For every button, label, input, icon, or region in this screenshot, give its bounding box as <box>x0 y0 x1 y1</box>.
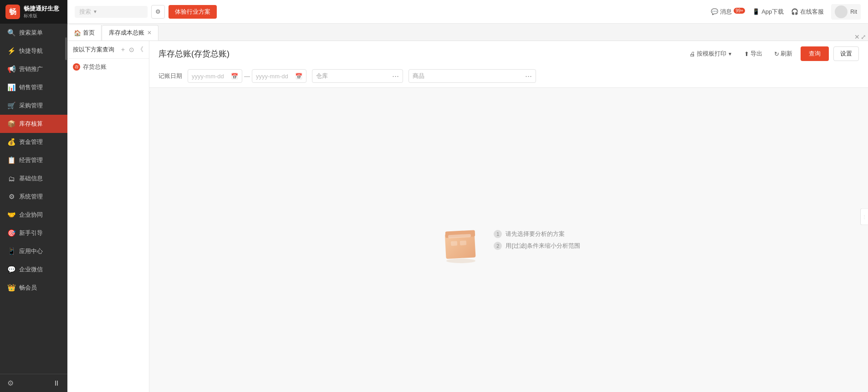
sidebar-item-label-guide: 新手引导 <box>19 229 43 237</box>
search-placeholder-text: 搜索 <box>79 8 91 16</box>
warehouse-filter[interactable]: 仓库 ··· <box>312 69 403 83</box>
tab-close-all-button[interactable]: ✕ <box>854 33 860 41</box>
sidebar-item-search[interactable]: 🔍 搜索菜单 <box>0 24 67 42</box>
date-separator: — <box>244 73 250 80</box>
sidebar-item-purchase[interactable]: 🛒 采购管理 <box>0 97 67 115</box>
filter-label: 记账日期 <box>158 72 182 80</box>
tab-actions: ✕ ⤢ <box>854 33 868 41</box>
sidebar-item-guide[interactable]: 🎯 新手引导 <box>0 224 67 242</box>
sidebar-item-system[interactable]: ⚙ 系统管理 <box>0 188 67 206</box>
sidebar-item-quicknav[interactable]: ⚡ 快捷导航 <box>0 42 67 60</box>
header-actions: 🖨 按模板打印 ▼ ⬆ 导出 ↻ 刷新 查询 设置 <box>686 46 859 61</box>
sidebar-item-label-member: 畅会员 <box>19 284 37 292</box>
date-start-input[interactable]: yyyy-mm-dd 📅 <box>188 69 242 83</box>
date-start-placeholder: yyyy-mm-dd <box>192 73 224 80</box>
scheme-icon-text: 存 <box>75 64 79 70</box>
date-start-icon: 📅 <box>231 73 238 80</box>
sidebar-item-sales[interactable]: 📊 销售管理 <box>0 78 67 97</box>
page-container: 按以下方案查询 ＋ ⊙ 《 存 存货总账 库存总账(存货总账) <box>67 41 868 392</box>
tab-inventory-ledger[interactable]: 库存成本总账 ✕ <box>102 25 158 41</box>
message-button[interactable]: 💬 消息 99+ <box>711 8 745 16</box>
print-icon: 🖨 <box>689 51 695 57</box>
basic-icon: 🗂 <box>7 174 15 183</box>
main-area: 搜索 ▼ ⚙ 体验行业方案 💬 消息 99+ 📱 App下载 🎧 在线客服 <box>67 0 868 392</box>
sidebar-item-apps[interactable]: 📱 应用中心 <box>0 242 67 260</box>
empty-tips: 1 请先选择要分析的方案 2 用[过滤]条件来缩小分析范围 <box>494 230 580 250</box>
app-download-button[interactable]: 📱 App下载 <box>752 8 784 16</box>
goods-placeholder: 商品 <box>413 72 424 80</box>
scheme-icon: 存 <box>73 63 80 71</box>
date-end-icon: 📅 <box>295 73 302 80</box>
sidebar-item-marketing[interactable]: 📢 营销推广 <box>0 60 67 78</box>
sidebar-item-inventory[interactable]: 📦 库存核算 <box>0 115 67 133</box>
tab-home[interactable]: 🏠 首页 <box>67 25 102 41</box>
message-badge: 99+ <box>734 8 745 14</box>
sidebar-item-label-operation: 经营管理 <box>19 156 43 164</box>
sidebar: 畅 畅捷通好生意 标准版 🔍 搜索菜单 ⚡ 快捷导航 📢 营销推广 📊 销售管理 <box>0 0 67 392</box>
side-panel-header-actions: ＋ ⊙ 《 <box>120 46 143 54</box>
add-scheme-button[interactable]: ＋ <box>120 46 126 54</box>
warehouse-placeholder: 仓库 <box>316 72 328 80</box>
sidebar-footer: ⚙ ⏸ <box>0 374 67 392</box>
empty-tip-2: 2 用[过滤]条件来缩小分析范围 <box>494 242 580 250</box>
goods-filter[interactable]: 商品 ··· <box>408 69 536 83</box>
gear-button[interactable]: ⚙ <box>151 5 165 19</box>
home-icon: 🏠 <box>74 30 81 36</box>
scrollbar-thumb <box>65 37 67 60</box>
empty-content: 1 请先选择要分析的方案 2 用[过滤]条件来缩小分析范围 <box>437 217 580 263</box>
audio-footer-icon[interactable]: ⏸ <box>53 379 60 387</box>
filter-date-group: yyyy-mm-dd 📅 — yyyy-mm-dd 📅 <box>188 69 306 83</box>
user-area[interactable]: Rit <box>831 4 861 20</box>
marketing-icon: 📢 <box>7 65 15 73</box>
refresh-button[interactable]: ↻ 刷新 <box>771 48 796 60</box>
sidebar-item-operation[interactable]: 📋 经营管理 <box>0 151 67 169</box>
online-service-button[interactable]: 🎧 在线客服 <box>791 8 824 16</box>
empty-state: 1 请先选择要分析的方案 2 用[过滤]条件来缩小分析范围 <box>149 88 868 392</box>
empty-tip-1: 1 请先选择要分析的方案 <box>494 230 580 238</box>
sidebar-item-label-purchase: 采购管理 <box>19 102 43 110</box>
sidebar-item-label-system: 系统管理 <box>19 193 43 201</box>
export-button[interactable]: ⬆ 导出 <box>740 48 766 60</box>
industry-button[interactable]: 体验行业方案 <box>168 5 217 19</box>
coop-icon: 🤝 <box>7 211 15 219</box>
export-icon: ⬆ <box>744 51 749 57</box>
tip-text-1: 请先选择要分析的方案 <box>505 230 565 238</box>
query-button[interactable]: 查询 <box>801 46 829 61</box>
message-label: 消息 <box>720 8 732 16</box>
sidebar-item-member[interactable]: 👑 畅会员 <box>0 279 67 297</box>
search-icon: 🔍 <box>7 29 15 37</box>
sidebar-item-wechat[interactable]: 💬 企业微信 <box>0 260 67 279</box>
collapse-panel-button[interactable]: 《 <box>137 46 143 54</box>
right-resize-handle[interactable]: ⋮ <box>860 208 868 225</box>
quicknav-icon: ⚡ <box>7 47 15 55</box>
inventory-icon: 📦 <box>7 120 15 128</box>
sidebar-item-coop[interactable]: 🤝 企业协同 <box>0 206 67 224</box>
tip-num-1: 1 <box>494 230 502 238</box>
tab-close-icon[interactable]: ✕ <box>147 30 152 36</box>
sidebar-item-label-sales: 销售管理 <box>19 83 43 92</box>
purchase-icon: 🛒 <box>7 102 15 110</box>
message-icon: 💬 <box>711 8 718 15</box>
side-panel: 按以下方案查询 ＋ ⊙ 《 存 存货总账 <box>67 41 149 392</box>
setting-button[interactable]: 设置 <box>833 46 859 61</box>
topbar-search[interactable]: 搜索 ▼ <box>75 6 148 18</box>
print-button[interactable]: 🖨 按模板打印 ▼ <box>686 48 736 60</box>
print-dropdown-icon: ▼ <box>728 51 732 56</box>
sidebar-item-label-marketing: 营销推广 <box>19 65 43 73</box>
app-download-label: App下载 <box>761 8 784 16</box>
print-label: 按模板打印 <box>697 50 726 58</box>
system-icon: ⚙ <box>7 193 15 201</box>
scheme-item-inventory[interactable]: 存 存货总账 <box>67 59 149 75</box>
date-end-input[interactable]: yyyy-mm-dd 📅 <box>252 69 306 83</box>
apps-icon: 📱 <box>7 247 15 255</box>
tab-resize-button[interactable]: ⤢ <box>861 33 866 41</box>
search-dropdown-arrow: ▼ <box>93 9 97 14</box>
settings-footer-icon[interactable]: ⚙ <box>7 379 14 387</box>
member-icon: 👑 <box>7 284 15 292</box>
headset-icon: 🎧 <box>791 8 798 15</box>
sidebar-item-finance[interactable]: 💰 资金管理 <box>0 133 67 151</box>
sidebar-item-basic[interactable]: 🗂 基础信息 <box>0 169 67 188</box>
filter-row: 记账日期 yyyy-mm-dd 📅 — yyyy-mm-dd 📅 <box>158 65 859 87</box>
manage-scheme-button[interactable]: ⊙ <box>129 46 134 53</box>
topbar-right: 💬 消息 99+ 📱 App下载 🎧 在线客服 Rit <box>711 4 861 20</box>
